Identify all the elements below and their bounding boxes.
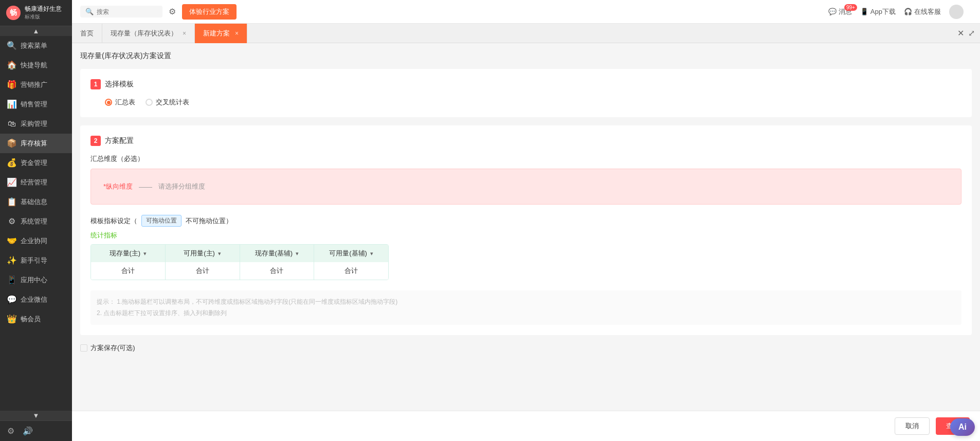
stats-col-1-chevron: ▾: [143, 250, 147, 257]
wechat-icon: 💬: [7, 295, 16, 304]
gear-icon[interactable]: ⚙: [167, 5, 178, 19]
footer: 取消 查询: [72, 411, 980, 441]
search-menu-icon: 🔍: [7, 41, 16, 50]
sidebar-item-label: 营销推广: [21, 80, 47, 89]
template-options: 汇总表 交叉统计表: [105, 98, 961, 107]
stats-col-4-header[interactable]: 可用量(基辅) ▾: [314, 245, 388, 262]
sidebar-item-label: 快捷导航: [21, 61, 47, 70]
save-option: 方案保存(可选): [80, 343, 972, 353]
settings-icon[interactable]: ⚙: [7, 426, 14, 436]
tab-home-label: 首页: [80, 29, 94, 38]
radio-cross-circle: [146, 99, 153, 106]
sidebar-logo: 畅 畅康通好生意 标准版: [0, 0, 72, 26]
basic-info-icon: 📋: [7, 197, 16, 207]
topbar-search-box[interactable]: 🔍: [80, 6, 162, 17]
ai-button[interactable]: Ai: [950, 418, 975, 436]
member-icon: 👑: [7, 315, 16, 324]
section2-number: 2: [90, 136, 101, 146]
tab-close-all-icon[interactable]: ✕: [957, 28, 964, 38]
sound-icon[interactable]: 🔊: [23, 426, 33, 436]
tab-new-plan-close-icon[interactable]: ×: [235, 30, 239, 37]
cancel-button[interactable]: 取消: [895, 417, 930, 435]
sidebar-item-system[interactable]: ⚙ 系统管理: [0, 212, 72, 231]
stats-col-4-label: 可用量(基辅): [329, 249, 367, 258]
tab-inventory-status-label: 现存量（库存状况表）: [111, 29, 177, 38]
app-download-icon: 📱: [860, 8, 868, 15]
tab-inventory-close-icon[interactable]: ×: [183, 30, 186, 37]
dim-dash: ——: [139, 183, 152, 191]
stats-col-4-body: 合计: [314, 262, 388, 280]
sidebar-item-label: 搜索菜单: [21, 41, 47, 50]
sidebar-item-inventory[interactable]: 📦 库存核算: [0, 134, 72, 153]
page-title: 现存量(库存状况表)方案设置: [80, 51, 972, 61]
sidebar-item-label: 畅会员: [21, 315, 41, 324]
section1-title: 选择模板: [105, 80, 134, 89]
stats-col-2-header[interactable]: 可用量(主) ▾: [166, 245, 240, 262]
sidebar-item-quick-nav[interactable]: 🏠 快捷导航: [0, 56, 72, 75]
sidebar-item-basic-info[interactable]: 📋 基础信息: [0, 192, 72, 212]
sidebar-item-label: 采购管理: [21, 119, 47, 128]
inventory-icon: 📦: [7, 139, 16, 148]
sidebar-item-wechat[interactable]: 💬 企业微信: [0, 290, 72, 309]
sidebar-item-marketing[interactable]: 🎁 营销推广: [0, 75, 72, 95]
tips-title: 提示：: [97, 298, 115, 305]
radio-summary[interactable]: 汇总表: [105, 98, 135, 107]
trial-button[interactable]: 体验行业方案: [182, 4, 237, 20]
message-button[interactable]: 💬 消息 99+: [828, 7, 852, 16]
sidebar-item-search-menu[interactable]: 🔍 搜索菜单: [0, 36, 72, 56]
sidebar-item-finance[interactable]: 💰 资金管理: [0, 153, 72, 173]
purchase-icon: 🛍: [7, 119, 16, 128]
sales-icon: 📊: [7, 100, 16, 109]
stats-table-header: 现存量(主) ▾ 可用量(主) ▾ 现存量(基辅) ▾ 可用量(基辅): [91, 245, 388, 262]
sidebar-item-label: 销售管理: [21, 100, 47, 109]
dim-label: 汇总维度（必选）: [90, 154, 961, 163]
user-avatar[interactable]: [949, 5, 964, 19]
sidebar-item-operation[interactable]: 📈 经营管理: [0, 173, 72, 192]
stats-col-1-header[interactable]: 现存量(主) ▾: [91, 245, 166, 262]
stats-col-3-body: 合计: [240, 262, 315, 280]
save-checkbox[interactable]: [80, 344, 87, 352]
sidebar-item-sales[interactable]: 📊 销售管理: [0, 95, 72, 114]
save-label: 方案保存(可选): [90, 343, 135, 353]
sidebar-item-member[interactable]: 👑 畅会员: [0, 309, 72, 329]
sidebar-item-label: 应用中心: [21, 275, 47, 285]
operation-icon: 📈: [7, 178, 16, 187]
sidebar-item-purchase[interactable]: 🛍 采购管理: [0, 114, 72, 134]
sidebar-bottom: ⚙ 🔊: [0, 420, 72, 441]
radio-cross[interactable]: 交叉统计表: [146, 98, 189, 107]
search-icon: 🔍: [85, 8, 94, 15]
indicators-label-text: 模板指标设定（: [90, 216, 137, 226]
tabs-end-icons: ✕ ⤢: [952, 28, 980, 38]
section1-number: 1: [90, 79, 101, 89]
radio-cross-label: 交叉统计表: [156, 98, 189, 107]
sidebar-item-guide[interactable]: ✨ 新手引导: [0, 251, 72, 270]
sidebar-scroll-up[interactable]: ▲: [0, 26, 72, 36]
cooperation-icon: 🤝: [7, 236, 16, 246]
tab-expand-icon[interactable]: ⤢: [968, 28, 975, 38]
stats-col-2-chevron: ▾: [218, 250, 221, 257]
stats-col-3-label: 现存量(基辅): [255, 249, 293, 258]
content-area: 现存量(库存状况表)方案设置 1 选择模板 汇总表 交叉统计表: [72, 43, 980, 411]
tab-home[interactable]: 首页: [72, 24, 102, 43]
sidebar-scroll-down[interactable]: ▼: [0, 411, 72, 420]
sidebar-item-label: 资金管理: [21, 158, 47, 168]
stats-col-3-header[interactable]: 现存量(基辅) ▾: [240, 245, 315, 262]
app-center-icon: 📱: [7, 275, 16, 285]
stats-col-3-chevron: ▾: [296, 250, 299, 257]
sidebar-item-label: 库存核算: [21, 139, 47, 148]
tab-inventory-status[interactable]: 现存量（库存状况表） ×: [102, 24, 195, 43]
sidebar-item-label: 企业协同: [21, 236, 47, 246]
sidebar: 畅 畅康通好生意 标准版 ▲ 🔍 搜索菜单 🏠 快捷导航 🎁 营销推广 📊 销售…: [0, 0, 72, 441]
sidebar-item-cooperation[interactable]: 🤝 企业协同: [0, 231, 72, 251]
topbar-right: 💬 消息 99+ 📱 App下载 🎧 在线客服: [828, 5, 972, 19]
section1-header: 1 选择模板: [90, 79, 961, 89]
guide-icon: ✨: [7, 256, 16, 265]
tab-new-plan[interactable]: 新建方案 ×: [195, 24, 247, 43]
sidebar-item-app-center[interactable]: 📱 应用中心: [0, 270, 72, 290]
app-download-button[interactable]: 📱 App下载: [860, 7, 896, 16]
online-service-button[interactable]: 🎧 在线客服: [904, 7, 941, 16]
dim-area[interactable]: *纵向维度 —— 请选择分组维度: [90, 169, 961, 205]
search-input[interactable]: [97, 8, 153, 15]
stats-col-4-chevron: ▾: [370, 250, 373, 257]
finance-icon: 💰: [7, 158, 16, 168]
